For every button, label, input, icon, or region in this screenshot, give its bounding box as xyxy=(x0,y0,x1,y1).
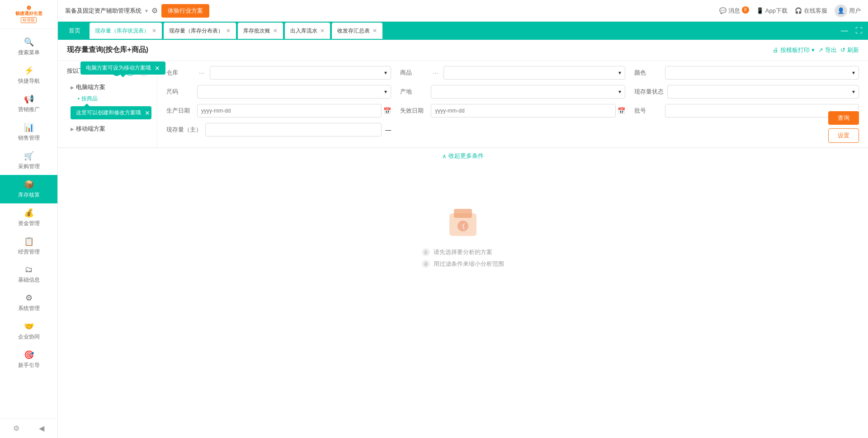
settings-footer-icon[interactable]: ⚙ xyxy=(13,424,19,433)
mobile-scheme-category[interactable]: ▶ 移动端方案 xyxy=(67,123,151,135)
app-logo-icon: 6 xyxy=(21,5,37,10)
phone-icon: 📱 xyxy=(756,7,764,14)
message-icon: 💬 xyxy=(719,7,726,14)
empty-state: :( ① 请先选择要分析的方案 ② 用过滤条件来缩小分析范围 xyxy=(58,164,868,306)
main-filter-area: 按以下方案查询 + ⊕ ← 电脑方案可设为移动方案哦 ✕ ▶ xyxy=(58,61,868,148)
app-download-action[interactable]: 📱 App下载 xyxy=(756,7,788,15)
print-dropdown-icon: ▾ xyxy=(811,47,815,53)
sidebar-item-inventory[interactable]: 📦 库存核算 xyxy=(0,175,57,203)
tab-close-batch[interactable]: ✕ xyxy=(273,28,278,33)
sidebar-item-search[interactable]: 🔍 搜索菜单 xyxy=(0,33,57,61)
page-actions: 🖨 按模板打印 ▾ ↗ 导出 ↺ 刷新 xyxy=(773,46,859,54)
goods-select[interactable]: ▾ xyxy=(443,66,625,80)
sidebar-item-quicknav[interactable]: ⚡ 快捷导航 xyxy=(0,61,57,89)
stock-qty-min[interactable] xyxy=(205,123,382,137)
expire-date-start[interactable] xyxy=(431,104,615,118)
system-name: 装备及固定资产辅助管理系统 xyxy=(65,7,142,15)
tab-inout[interactable]: 出入库流水 ✕ xyxy=(285,23,330,39)
tab-batch[interactable]: 库存批次账 ✕ xyxy=(238,23,283,39)
refresh-btn[interactable]: ↺ 刷新 xyxy=(840,46,859,54)
sidebar-logo: 6 畅捷通好生意 标准版 xyxy=(0,0,57,29)
top-header: 装备及固定资产辅助管理系统 ▾ ⚙ 体验行业方案 💬 消息 8 📱 App下载 … xyxy=(58,0,868,22)
filter-bottom: ∧ 收起更多条件 xyxy=(58,148,868,164)
guide-icon: 🎯 xyxy=(24,350,34,360)
tab-close-inout[interactable]: ✕ xyxy=(320,28,325,33)
sidebar-nav: 🔍 搜索菜单 ⚡ 快捷导航 📢 营销推广 📊 销售管理 🛒 采购管理 📦 库存核… xyxy=(0,29,57,418)
user-action[interactable]: 👤 用户 xyxy=(835,5,861,17)
step1-text: 请先选择要分析的方案 xyxy=(434,246,492,258)
warehouse-label: 仓库 xyxy=(166,69,193,77)
size-select[interactable]: ▾ xyxy=(197,85,391,99)
online-support-action[interactable]: 🎧 在线客服 xyxy=(795,7,827,15)
tab-close-collect[interactable]: ✕ xyxy=(373,28,377,33)
pc-scheme-item-goods[interactable]: • 按商品 xyxy=(67,93,151,104)
search-icon: 🔍 xyxy=(24,37,34,47)
prod-date-calendar-icon[interactable]: 📅 xyxy=(383,107,391,114)
sidebar-item-operation[interactable]: 📋 经营管理 xyxy=(0,232,57,260)
mobile-arrow-icon: ▶ xyxy=(71,127,74,132)
marketing-icon: 📢 xyxy=(24,94,34,104)
operation-icon: 📋 xyxy=(24,236,34,246)
tab-maximize-btn[interactable]: ⛶ xyxy=(854,25,864,36)
tab-minimize-btn[interactable]: — xyxy=(839,25,850,36)
sidebar-footer: ⚙ ◀ xyxy=(0,418,57,438)
pc-scheme-category[interactable]: ▶ 电脑端方案 xyxy=(67,81,151,93)
app-download-label: App下载 xyxy=(765,7,788,15)
top-header-right: 💬 消息 8 📱 App下载 🎧 在线客服 👤 用户 xyxy=(719,5,861,17)
origin-select[interactable]: ▾ xyxy=(431,85,625,99)
tooltip2-text: 这里可以创建和修改方案哦 xyxy=(76,109,141,117)
sidebar-item-sales[interactable]: 📊 销售管理 xyxy=(0,118,57,146)
trial-button[interactable]: 体验行业方案 xyxy=(161,4,209,18)
header-settings-icon[interactable]: ⚙ xyxy=(151,6,158,15)
pc-arrow-icon: ▶ xyxy=(71,85,74,90)
empty-text: ① 请先选择要分析的方案 ② 用过滤条件来缩小分析范围 xyxy=(422,246,504,270)
search-button[interactable]: 查询 xyxy=(828,111,859,125)
prod-date-start[interactable] xyxy=(197,104,382,118)
sidebar-item-purchase[interactable]: 🛒 采购管理 xyxy=(0,146,57,175)
sidebar-item-system[interactable]: ⚙ 系统管理 xyxy=(0,288,57,317)
warehouse-more-icon[interactable]: ··· xyxy=(197,69,206,76)
expire-date-calendar-icon[interactable]: 📅 xyxy=(618,107,625,114)
goods-more-icon[interactable]: ··· xyxy=(431,69,440,76)
sidebar-item-basic[interactable]: 🗂 基础信息 xyxy=(0,260,57,288)
tooltip2-close[interactable]: ✕ xyxy=(145,110,150,116)
filter-area-wrapper: 按以下方案查询 + ⊕ ← 电脑方案可设为移动方案哦 ✕ ▶ xyxy=(58,61,868,164)
tab-close-inventory-dist[interactable]: ✕ xyxy=(226,28,231,33)
tooltip1-close[interactable]: ✕ xyxy=(155,65,160,71)
collapse-sidebar-icon[interactable]: ◀ xyxy=(39,424,44,433)
prod-date-field: 生产日期 📅 xyxy=(166,104,391,118)
warehouse-select[interactable]: ▾ xyxy=(210,66,392,80)
sidebar-item-enterprise[interactable]: 🤝 企业协同 xyxy=(0,317,57,345)
print-btn[interactable]: 🖨 按模板打印 ▾ xyxy=(773,46,815,54)
stock-qty-label: 现存量（主） xyxy=(166,126,202,134)
stock-qty-sep: — xyxy=(385,127,391,133)
step2-text: 用过滤条件来缩小分析范围 xyxy=(434,258,504,270)
tab-collect[interactable]: 收发存汇总表 ✕ xyxy=(332,23,382,39)
sidebar-item-marketing[interactable]: 📢 营销推广 xyxy=(0,89,57,118)
headset-icon: 🎧 xyxy=(795,7,802,14)
stock-qty-range: — xyxy=(205,123,391,137)
page-header: 现存量查询(按仓库+商品) 🖨 按模板打印 ▾ ↗ 导出 ↺ 刷新 xyxy=(58,40,868,61)
left-scheme-panel: 按以下方案查询 + ⊕ ← 电脑方案可设为移动方案哦 ✕ ▶ xyxy=(67,66,157,147)
stock-qty-field: 现存量（主） — xyxy=(166,123,391,137)
tab-close-inventory-status[interactable]: ✕ xyxy=(152,28,156,33)
collapse-btn[interactable]: ∧ 收起更多条件 xyxy=(442,152,484,160)
message-action[interactable]: 💬 消息 8 xyxy=(719,7,749,15)
user-avatar: 👤 xyxy=(835,5,847,17)
reset-button[interactable]: 设置 xyxy=(828,128,859,143)
origin-field: 产地 ▾ xyxy=(400,85,625,99)
tab-inventory-status[interactable]: 现存量（库存状况表） ✕ xyxy=(90,23,162,39)
sidebar-item-guide[interactable]: 🎯 新手引导 xyxy=(0,345,57,374)
batch-field: 批号 xyxy=(634,104,859,118)
system-dropdown-icon[interactable]: ▾ xyxy=(145,8,148,14)
export-btn[interactable]: ↗ 导出 xyxy=(818,46,837,54)
logo-text: 畅捷通好生意 标准版 xyxy=(15,11,42,23)
tab-inventory-dist[interactable]: 现存量（库存分布表） ✕ xyxy=(164,23,236,39)
stock-status-field: 现存量状态 ▾ xyxy=(634,85,859,99)
batch-label: 批号 xyxy=(634,107,661,115)
color-select[interactable]: ▾ xyxy=(665,66,859,80)
stock-status-select[interactable]: ▾ xyxy=(667,85,859,99)
tab-home[interactable]: 首页 xyxy=(61,22,88,40)
collapse-up-icon: ∧ xyxy=(442,153,447,160)
sidebar-item-finance[interactable]: 💰 资金管理 xyxy=(0,203,57,232)
